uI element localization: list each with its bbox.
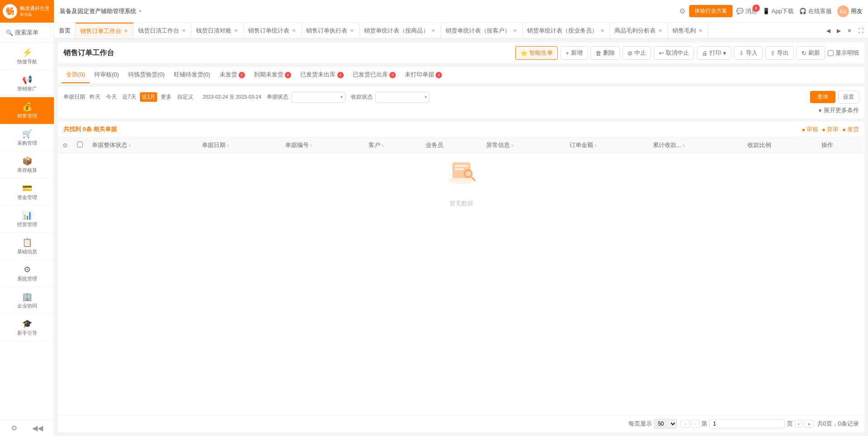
table-toolbar: 共找到 0条 相关单据 ● 审核 ● 弃审 ● 发货 <box>58 122 864 137</box>
payment-select[interactable] <box>375 92 430 103</box>
online-service-button[interactable]: 🎧 在线客服 <box>799 7 832 15</box>
tab-close-icon[interactable]: ✕ <box>291 27 297 34</box>
sidebar-nav: ⚡ 快捷导航 📢 营销推广 💰 销售管理 🛒 采购管理 📦 库存核算 💳 资金管… <box>0 43 54 420</box>
logo-name: 畅捷通好生意 <box>20 5 50 11</box>
tab-close-icon[interactable]: ✕ <box>233 27 239 34</box>
tab-close-icon[interactable]: ✕ <box>181 27 187 34</box>
subtab-expired-not-shipped[interactable]: 到期未发货 0 <box>249 67 296 83</box>
delete-button[interactable]: 🗑 删除 <box>590 46 620 60</box>
sidebar-settings-button[interactable]: ⚙ <box>11 424 17 432</box>
tab-sales-staff[interactable]: 销货单统计表（按业务员） ✕ <box>523 23 610 39</box>
import-button[interactable]: ⇩ 导入 <box>734 46 762 60</box>
add-button[interactable]: + 新增 <box>561 46 588 60</box>
search-menu-button[interactable]: 🔍 搜索菜单 <box>3 26 51 39</box>
subtab-not-printed[interactable]: 未打印单据 0 <box>400 67 446 83</box>
tab-close-icon[interactable]: ✕ <box>657 27 663 34</box>
tab-sales-customer[interactable]: 销货单统计表（按客户） ✕ <box>441 23 523 39</box>
print-button[interactable]: 🖨 打印 ▾ <box>697 46 731 60</box>
smart-create-button[interactable]: ⭐ 智能生单 <box>515 46 558 60</box>
tab-cash-daily[interactable]: 钱货日清工作台 ✕ <box>134 23 192 39</box>
pagination-total: 共0页，0条记录 <box>817 420 859 428</box>
print-dropdown-icon: ▾ <box>723 50 726 57</box>
sidebar-item-quick-nav[interactable]: ⚡ 快捷导航 <box>0 43 54 70</box>
stop-button[interactable]: ⊘ 中止 <box>623 46 651 60</box>
sidebar-item-marketing[interactable]: 📢 营销推广 <box>0 70 54 97</box>
date-yesterday-button[interactable]: 昨天 <box>88 92 102 102</box>
tab-fullscreen-button[interactable]: ⛶ <box>855 26 866 36</box>
sidebar-item-sales[interactable]: 💰 销售管理 <box>0 97 54 124</box>
sidebar-item-guide[interactable]: 🎓 新手引导 <box>0 314 54 341</box>
smart-create-label: 智能生单 <box>529 49 553 57</box>
tab-home[interactable]: 首页 <box>54 23 76 39</box>
page-last-button[interactable]: » <box>804 420 813 428</box>
th-number: 单据编号⇅ <box>281 137 364 153</box>
sidebar-item-operation[interactable]: 📊 经营管理 <box>0 206 54 233</box>
tab-close-icon[interactable]: ✕ <box>512 27 518 34</box>
th-checkbox[interactable] <box>72 137 87 153</box>
date-today-button[interactable]: 今天 <box>104 92 119 102</box>
subtab-wangpu-pending[interactable]: 旺铺待发货(0) <box>169 67 215 83</box>
tab-close-all-button[interactable]: ✕ <box>844 26 854 36</box>
tab-margin-label: 商品毛利分析表 <box>614 27 656 35</box>
tab-sales-exec[interactable]: 销售订单执行表 ✕ <box>302 23 360 39</box>
subtab-all[interactable]: 全部(0) <box>62 67 90 83</box>
show-detail-checkbox[interactable]: 显示明细 <box>828 49 859 57</box>
date-range-display: 2023-02-24 至 2023-03-24 <box>202 94 261 100</box>
tab-sales-workbench[interactable]: 销售订单工作台 ✕ <box>76 23 134 39</box>
tab-cash-reconcile[interactable]: 钱货日清对账 ✕ <box>192 23 244 39</box>
user-menu-button[interactable]: Ea 用友 <box>837 5 863 17</box>
set-button[interactable]: 设置 <box>838 90 859 104</box>
ship-button[interactable]: ● 发货 <box>842 125 859 133</box>
subtab-shipped-out[interactable]: 已发货已出库 0 <box>348 67 400 83</box>
expand-button[interactable]: ▾ 展开更多条件 <box>819 106 859 114</box>
sidebar-item-system[interactable]: ⚙ 系统管理 <box>0 260 54 287</box>
cancel-stop-button[interactable]: ↩ 取消中止 <box>654 46 694 60</box>
subtab-pending-inspect[interactable]: 待拣货验货(0) <box>124 67 169 83</box>
show-detail-input[interactable] <box>828 50 834 56</box>
tab-nav-next-button[interactable]: ▶ <box>834 26 844 36</box>
tab-sales-exec-label: 销售订单执行表 <box>306 27 347 35</box>
tab-close-icon[interactable]: ✕ <box>123 28 129 34</box>
subtab-not-shipped[interactable]: 未发货 0 <box>215 67 249 83</box>
tab-sales-product[interactable]: 销货单统计表（按商品） ✕ <box>360 23 441 39</box>
review-button[interactable]: ● 审核 <box>801 125 818 133</box>
status-select[interactable] <box>291 92 345 103</box>
tab-close-icon[interactable]: ✕ <box>698 27 703 34</box>
page-number-input[interactable] <box>709 419 785 428</box>
date-more-button[interactable]: 更多 <box>159 92 173 102</box>
tab-close-icon[interactable]: ✕ <box>349 27 355 34</box>
sidebar-item-enterprise[interactable]: 🏢 企业协同 <box>0 287 54 314</box>
date-7days-button[interactable]: 近7天 <box>120 92 138 102</box>
tab-sales-stat[interactable]: 销售订单统计表 ✕ <box>244 23 302 39</box>
page-prev-button[interactable]: ‹ <box>691 420 700 428</box>
empty-state: 暂无数据 <box>58 153 864 208</box>
sidebar-item-finance[interactable]: 💳 资金管理 <box>0 179 54 206</box>
sidebar-item-purchase[interactable]: 🛒 采购管理 <box>0 124 54 152</box>
app-download-button[interactable]: 📱 App下载 <box>762 7 794 15</box>
per-page-select[interactable]: 50 100 <box>654 419 677 429</box>
subtab-pending-review[interactable]: 待审核(0) <box>90 67 124 83</box>
date-1month-button[interactable]: 近1月 <box>140 92 158 102</box>
export-button[interactable]: ⇧ 导出 <box>765 46 794 60</box>
industry-solution-button[interactable]: 体验行业方案 <box>689 5 733 17</box>
sidebar-item-basic[interactable]: 📋 基础信息 <box>0 233 54 260</box>
tab-sales-profit[interactable]: 销售毛利 ✕ <box>668 23 708 39</box>
tab-close-icon[interactable]: ✕ <box>599 27 605 34</box>
topbar-settings-button[interactable]: ⚙ <box>679 7 686 15</box>
tab-close-icon[interactable]: ✕ <box>431 27 436 34</box>
sidebar-item-inventory[interactable]: 📦 库存核算 <box>0 152 54 179</box>
sidebar-collapse-button[interactable]: ◀◀ <box>32 424 43 432</box>
cancel-review-button[interactable]: ● 弃审 <box>822 125 839 133</box>
page-first-button[interactable]: « <box>681 420 690 428</box>
page-next-button[interactable]: › <box>795 420 803 428</box>
basic-icon: 📋 <box>22 237 32 247</box>
select-all-checkbox[interactable] <box>77 142 83 147</box>
tab-nav-prev-button[interactable]: ◀ <box>824 26 833 36</box>
refresh-button[interactable]: ↻ 刷新 <box>796 46 825 60</box>
query-button[interactable]: 查询 <box>810 91 835 103</box>
message-button[interactable]: 💬 消息 6 <box>736 7 757 15</box>
subtab-shipped-not-out[interactable]: 已发货未出库 0 <box>296 67 348 83</box>
th-setting[interactable]: ⚙ <box>58 137 72 153</box>
date-custom-button[interactable]: 自定义 <box>175 92 195 102</box>
tab-margin[interactable]: 商品毛利分析表 ✕ <box>610 23 668 39</box>
